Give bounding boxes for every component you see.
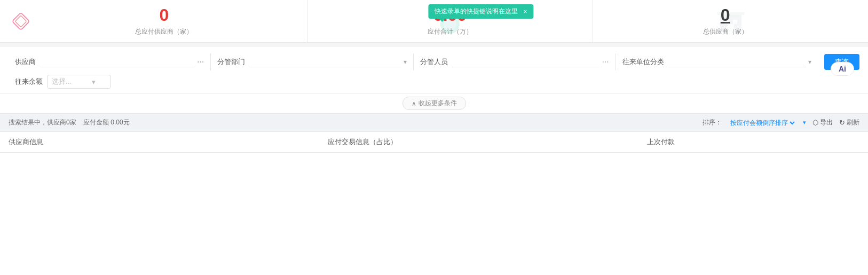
balance-select[interactable]: 选择... ▾ — [47, 75, 111, 89]
collapse-bar: ∧ 收起更多条件 — [0, 93, 868, 114]
department-input[interactable] — [249, 57, 401, 67]
unit-category-field: 往来单位分类 ▾ — [616, 53, 818, 70]
department-field: 分管部门 ▾ — [211, 53, 413, 70]
unit-category-chevron-icon: ▾ — [808, 58, 811, 66]
manager-label: 分管人员 — [420, 57, 448, 67]
export-label: 导出 — [820, 118, 833, 127]
collapse-button[interactable]: ∧ 收起更多条件 — [403, 97, 466, 110]
refresh-button[interactable]: ↻ 刷新 — [839, 118, 859, 127]
stats-bar: 0 总应付供应商（家） 0.00 应付合计（万） 快速录单的快捷键说明在这里 × — [0, 0, 868, 43]
col-header-trade: 应付交易信息（占比） — [328, 137, 647, 147]
results-right: 排序： 按应付会额倒序排序 ▾ ⬡ 导出 ↻ 刷新 — [703, 118, 859, 127]
tooltip-area: 快速录单的快捷键说明在这里 × — [437, 0, 462, 13]
manager-input[interactable] — [452, 57, 600, 67]
balance-label: 往来余额 — [15, 77, 43, 87]
chevron-down-sort-icon: ▾ — [803, 119, 806, 126]
manager-field: 分管人员 ··· — [414, 53, 616, 70]
stat-total-suppliers: 0 总供应商（家） — [593, 0, 868, 42]
balance-placeholder: 选择... — [52, 77, 72, 87]
ai-button[interactable]: Ai — [831, 62, 854, 76]
col-header-payment: 上次付款 — [647, 137, 860, 147]
export-button[interactable]: ⬡ 导出 — [812, 118, 833, 127]
svg-rect-7 — [717, 12, 744, 15]
manager-more-btn[interactable]: ··· — [602, 57, 609, 67]
unit-category-label: 往来单位分类 — [622, 57, 664, 67]
table-body — [0, 153, 868, 275]
department-chevron-icon: ▾ — [404, 58, 407, 66]
supplier-input[interactable] — [40, 57, 195, 67]
svg-rect-9 — [733, 20, 737, 24]
results-amount: 应付金额 0.00元 — [83, 119, 130, 126]
tooltip-close[interactable]: × — [523, 8, 527, 15]
diamond-icon — [9, 9, 33, 34]
filter-row-2: 往来余额 选择... ▾ — [9, 75, 859, 89]
filter-row-1: 供应商 ··· 分管部门 ▾ 分管人员 ··· 往来单位分类 ▾ 查询 — [9, 53, 859, 70]
supplier-field: 供应商 ··· — [9, 53, 211, 70]
supplier-label: 供应商 — [15, 57, 36, 67]
export-icon: ⬡ — [812, 119, 818, 127]
tooltip-bubble: 快速录单的快捷键说明在这里 × — [428, 4, 533, 19]
svg-point-5 — [444, 18, 456, 30]
svg-rect-10 — [728, 24, 734, 32]
unit-category-input[interactable] — [668, 57, 806, 67]
results-bar: 搜索结果中，供应商0家 应付金额 0.00元 排序： 按应付会额倒序排序 ▾ ⬡… — [0, 114, 868, 132]
chevron-up-icon: ∧ — [412, 100, 416, 107]
stat-total-payable-suppliers: 0 总应付供应商（家） — [0, 0, 307, 42]
results-summary-text: 搜索结果中，供应商0家 — [9, 119, 76, 126]
balance-chevron-icon: ▾ — [92, 78, 96, 86]
results-summary: 搜索结果中，供应商0家 应付金额 0.00元 — [9, 118, 130, 127]
svg-rect-0 — [12, 12, 30, 30]
filter-area: 供应商 ··· 分管部门 ▾ 分管人员 ··· 往来单位分类 ▾ 查询 往来余额… — [0, 47, 868, 93]
refresh-label: 刷新 — [847, 118, 859, 127]
total-payable-number: 0 — [159, 6, 169, 25]
table-header: 供应商信息 应付交易信息（占比） 上次付款 — [0, 132, 868, 153]
sort-label: 排序： — [703, 118, 722, 127]
building-icon — [715, 8, 747, 35]
collapse-label: 收起更多条件 — [419, 99, 457, 108]
col-header-supplier: 供应商信息 — [9, 137, 328, 147]
department-label: 分管部门 — [217, 57, 245, 67]
refresh-icon: ↻ — [839, 119, 845, 127]
total-payable-label: 总应付供应商（家） — [135, 27, 193, 36]
tooltip-text: 快速录单的快捷键说明在这里 — [435, 7, 518, 16]
svg-rect-8 — [724, 20, 729, 24]
sort-select[interactable]: 按应付会额倒序排序 — [728, 119, 796, 127]
supplier-more-btn[interactable]: ··· — [197, 57, 204, 67]
